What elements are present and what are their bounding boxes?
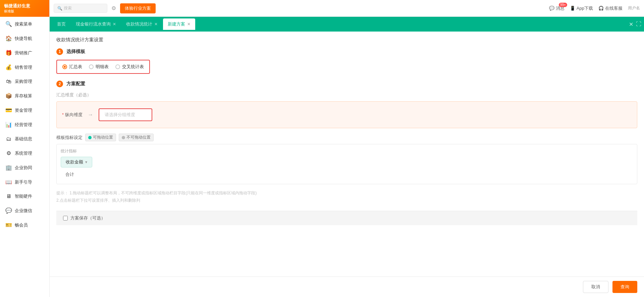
- settings-icon[interactable]: ⚙: [111, 5, 116, 11]
- member-icon: 🎫: [5, 222, 12, 228]
- tabbar: 首页 现金银行流水查询 ✕ 收款情况统计 ✕ 新建方案 ✕ ✕ ⛶: [50, 17, 644, 32]
- sidebar-logo: 畅捷通好生意 标准版: [0, 0, 49, 17]
- message-icon: 💬: [549, 6, 554, 11]
- search-icon: 🔍: [57, 6, 62, 11]
- logo-badge: 标准版: [4, 9, 30, 14]
- section-template: 1 选择模板 汇总表 明细表 交叉统计表: [56, 48, 637, 74]
- download-label: App下载: [577, 5, 593, 11]
- non-draggable-dot: [122, 136, 125, 139]
- radio-cross[interactable]: 交叉统计表: [115, 64, 144, 70]
- sidebar-item-label: 搜索菜单: [15, 21, 32, 27]
- sidebar-item-sales[interactable]: 💰 销售管理: [0, 60, 49, 75]
- section2-num: 2: [56, 81, 63, 87]
- section2-header: 2 方案配置: [56, 81, 637, 87]
- content-area: 收款情况统计方案设置 1 选择模板 汇总表 明细表: [50, 32, 644, 277]
- sidebar-item-smart-hw[interactable]: 🖥 智能硬件: [0, 189, 49, 203]
- radio-summary-btn[interactable]: [62, 64, 67, 69]
- main-area: 🔍 搜索 ⚙ 体验行业方案 💬 消息 99+ 📱 App下载 🎧 在线客服 用户…: [50, 0, 644, 297]
- stat-tag[interactable]: 收款金额 ▾: [61, 157, 92, 167]
- sidebar-item-system[interactable]: ⚙ 系统管理: [0, 146, 49, 160]
- tab-home[interactable]: 首页: [52, 18, 70, 30]
- radio-summary[interactable]: 汇总表: [62, 64, 82, 70]
- tab-bank-flow[interactable]: 现金银行流水查询 ✕: [71, 18, 121, 30]
- section2-title: 方案配置: [66, 81, 85, 87]
- sidebar-item-wechat[interactable]: 💬 企业微信: [0, 203, 49, 218]
- tab-bank-flow-close[interactable]: ✕: [113, 22, 116, 27]
- base-info-icon: 🗂: [5, 136, 12, 142]
- indicator-settings: 模板指标设定 可拖动位置 不可拖动位置 统计指标 收款金: [56, 134, 637, 184]
- sidebar-item-operations[interactable]: 📊 经营管理: [0, 117, 49, 132]
- purchase-icon: 🛍: [5, 79, 12, 85]
- dim-select-box[interactable]: 请选择分组维度: [99, 108, 152, 121]
- sidebar-item-label: 畅会员: [15, 222, 28, 228]
- section1-header: 1 选择模板: [56, 48, 637, 55]
- sidebar-item-cooperation[interactable]: 🏢 企业协同: [0, 160, 49, 175]
- finance-icon: 💳: [5, 107, 12, 113]
- sidebar-item-inventory[interactable]: 📦 库存核算: [0, 89, 49, 103]
- sidebar-item-label: 营销推广: [15, 50, 32, 56]
- stat-section-label: 统计指标: [61, 148, 633, 154]
- sidebar-item-label: 企业协同: [15, 165, 32, 171]
- support-button[interactable]: 🎧 在线客服: [598, 5, 623, 11]
- indicator-label-text: 模板指标设定: [56, 135, 83, 141]
- download-icon: 📱: [570, 6, 575, 11]
- sidebar-item-label: 智能硬件: [15, 193, 32, 199]
- logo-name: 畅捷通好生意: [4, 3, 30, 9]
- cancel-button[interactable]: 取消: [583, 281, 608, 293]
- tabbar-actions: ✕ ⛶: [629, 21, 641, 28]
- tab-new-plan-close[interactable]: ✕: [187, 22, 191, 27]
- sidebar-item-guide[interactable]: 📖 新手引导: [0, 175, 49, 189]
- tab-collection-stat[interactable]: 收款情况统计 ✕: [121, 18, 162, 30]
- indicator-label: 模板指标设定 可拖动位置 不可拖动位置: [56, 134, 637, 141]
- operations-icon: 📊: [5, 121, 12, 128]
- sidebar-item-label: 企业微信: [15, 208, 32, 214]
- topbar: 🔍 搜索 ⚙ 体验行业方案 💬 消息 99+ 📱 App下载 🎧 在线客服 用户…: [50, 0, 644, 17]
- stat-sum-label: 合计: [61, 170, 633, 179]
- radio-detail-label: 明细表: [96, 64, 109, 70]
- sidebar-item-label: 采购管理: [15, 79, 32, 85]
- radio-cross-btn[interactable]: [115, 64, 120, 69]
- sidebar-item-search-menu[interactable]: 🔍 搜索菜单: [0, 17, 49, 31]
- draggable-label: 可拖动位置: [93, 135, 113, 140]
- sidebar-item-base-info[interactable]: 🗂 基础信息: [0, 132, 49, 146]
- guide-icon: 📖: [5, 179, 12, 185]
- maximize-icon[interactable]: ⛶: [636, 21, 641, 27]
- trial-button[interactable]: 体验行业方案: [120, 3, 156, 13]
- sidebar-item-label: 系统管理: [15, 150, 32, 156]
- non-draggable-badge: 不可拖动位置: [119, 134, 154, 141]
- radio-detail-btn[interactable]: [89, 64, 94, 69]
- sidebar-item-label: 基础信息: [15, 136, 32, 142]
- tips-section: 提示： 1.拖动标题栏可以调整布局，不可跨维度或指标区域拖动栏目字段(只能在同一…: [56, 190, 637, 204]
- stat-tag-dropdown-icon[interactable]: ▾: [85, 160, 87, 164]
- inventory-icon: 📦: [5, 93, 12, 99]
- page-title: 收款情况统计方案设置: [56, 37, 637, 43]
- topbar-right: 💬 消息 99+ 📱 App下载 🎧 在线客服 用户名: [549, 5, 640, 11]
- tab-new-plan[interactable]: 新建方案 ✕: [163, 18, 195, 30]
- download-button[interactable]: 📱 App下载: [570, 5, 593, 11]
- sidebar-item-quick-nav[interactable]: 🏠 快捷导航: [0, 31, 49, 46]
- support-label: 在线客服: [605, 5, 623, 11]
- query-button[interactable]: 查询: [612, 281, 637, 293]
- dim-row: * 纵向维度 → 请选择分组维度: [62, 108, 152, 121]
- save-checkbox[interactable]: [63, 216, 68, 220]
- search-box[interactable]: 🔍 搜索: [54, 4, 107, 13]
- tab-collection-stat-label: 收款情况统计: [126, 21, 152, 27]
- sales-icon: 💰: [5, 64, 12, 70]
- sidebar-item-label: 销售管理: [15, 64, 32, 70]
- close-all-icon[interactable]: ✕: [629, 21, 633, 28]
- cooperation-icon: 🏢: [5, 164, 12, 171]
- gift-icon: 🎁: [5, 50, 12, 56]
- sidebar-item-marketing[interactable]: 🎁 营销推广: [0, 46, 49, 60]
- tab-collection-stat-close[interactable]: ✕: [154, 22, 158, 27]
- sidebar-item-label: 资金管理: [15, 107, 32, 113]
- search-menu-icon: 🔍: [5, 21, 12, 27]
- section1-title: 选择模板: [66, 49, 85, 55]
- tab-new-plan-label: 新建方案: [168, 21, 185, 27]
- vertical-dim-label: 纵向维度: [65, 112, 83, 117]
- message-button[interactable]: 💬 消息 99+: [549, 5, 565, 11]
- sidebar-item-purchase[interactable]: 🛍 采购管理: [0, 75, 49, 89]
- stat-tag-label: 收款金额: [66, 159, 83, 165]
- radio-detail[interactable]: 明细表: [89, 64, 109, 70]
- sidebar-item-finance[interactable]: 💳 资金管理: [0, 103, 49, 117]
- sidebar-item-member[interactable]: 🎫 畅会员: [0, 218, 49, 232]
